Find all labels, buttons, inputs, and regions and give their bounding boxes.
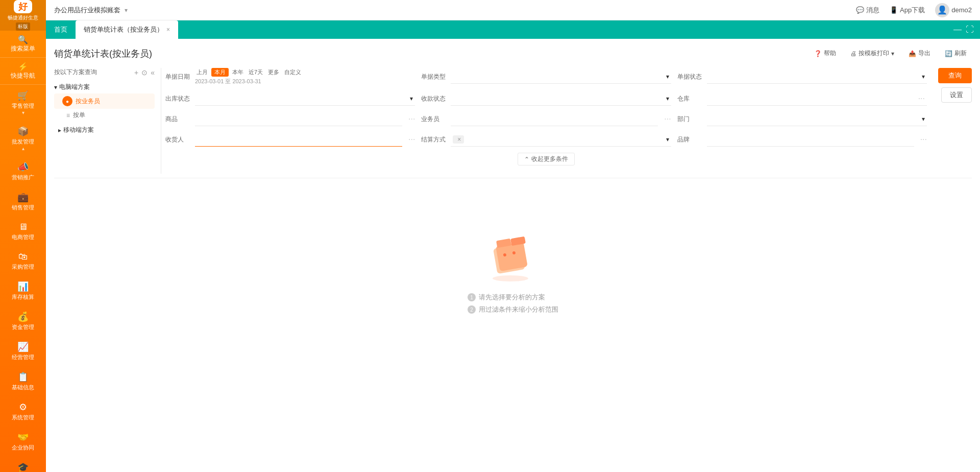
warehouse-dots[interactable]: ···: [918, 94, 925, 103]
sales-icon: 💼: [17, 192, 29, 203]
page-title: 销货单统计表(按业务员): [54, 48, 152, 60]
sidebar: 好 畅捷通好生意 标版 🔍 搜索菜单 ⚡ 快捷导航 🛒 零售管理 ▾ 📦 批发管…: [0, 0, 46, 472]
step-1-number: 1: [468, 293, 476, 301]
tabbar: 首页 销货单统计表（按业务员） × — ⛶: [46, 20, 980, 39]
desktop-scheme-header[interactable]: ▾ 电脑端方案: [54, 81, 155, 93]
svg-point-6: [493, 275, 528, 281]
date-tab-more[interactable]: 更多: [266, 68, 281, 77]
scheme-active-icon: ●: [62, 96, 72, 106]
query-button[interactable]: 查询: [938, 68, 972, 83]
settlement-select[interactable]: × ▾: [451, 132, 671, 147]
date-tab-this-year[interactable]: 本年: [231, 68, 245, 77]
date-tab-7days[interactable]: 近7天: [247, 68, 264, 77]
sidebar-item-finance[interactable]: 💰 资金管理: [0, 306, 46, 336]
receipt-status-label: 收款状态: [421, 95, 447, 103]
warehouse-label: 仓库: [677, 95, 703, 103]
page-actions: ❓ 帮助 🖨 按模板打印 ▾ 📤 导出 🔄 刷新: [809, 47, 972, 60]
collapse-icon: ⌃: [524, 156, 529, 163]
brand-dots[interactable]: ···: [920, 135, 927, 144]
topbar-left: 办公用品行业模拟账套 ▾: [54, 6, 128, 15]
salesperson-dots[interactable]: ···: [664, 114, 671, 124]
mobile-scheme-header[interactable]: ▸ 移动端方案: [54, 124, 155, 136]
warehouse-select[interactable]: ···: [707, 91, 927, 106]
edit-scheme-icon[interactable]: ⊙: [141, 68, 148, 77]
out-status-select[interactable]: ▾: [195, 91, 415, 106]
topbar-dropdown-icon[interactable]: ▾: [125, 7, 128, 14]
sidebar-item-collab[interactable]: 🤝 企业协同: [0, 427, 46, 457]
tab-sales-stat[interactable]: 销货单统计表（按业务员） ×: [76, 20, 178, 39]
app-logo[interactable]: 好 畅捷通好生意 标版: [0, 0, 46, 31]
receipt-status-select[interactable]: ▾: [451, 91, 671, 106]
date-tab-last-month[interactable]: 上月: [195, 68, 209, 77]
tab-home[interactable]: 首页: [46, 20, 76, 39]
collapse-sidebar-icon[interactable]: «: [151, 68, 155, 77]
empty-step-2: 2 用过滤条件来缩小分析范围: [468, 305, 558, 314]
brand-input[interactable]: [707, 132, 914, 147]
app-download-button[interactable]: 📱 App下载: [890, 6, 925, 15]
sidebar-item-purchase[interactable]: 🛍 采购管理: [0, 246, 46, 276]
scheme-item-salesperson[interactable]: ● 按业务员: [54, 93, 155, 109]
date-tab-this-month[interactable]: 本月: [211, 68, 229, 77]
salesperson-input[interactable]: [451, 112, 658, 126]
department-select[interactable]: ▾: [707, 112, 927, 126]
receiver-field: 收货人 ···: [165, 132, 415, 147]
sidebar-item-marketing[interactable]: 📣 营销推广: [0, 156, 46, 186]
filter-row-3: 商品 ··· 业务员 ··· 部门: [165, 112, 927, 126]
filter-form: 单据日期 上月 本月 本年 近7天 更多 自定义 2023-03-01 至 20…: [165, 68, 927, 174]
print-button[interactable]: 🖨 按模板打印 ▾: [845, 47, 899, 60]
receiver-input[interactable]: [195, 132, 402, 147]
sidebar-item-sales[interactable]: 💼 销售管理: [0, 186, 46, 217]
order-type-select[interactable]: ▾: [451, 69, 671, 84]
sidebar-item-ecommerce[interactable]: 🖥 电商管理: [0, 217, 46, 246]
export-button[interactable]: 📤 导出: [903, 47, 936, 60]
empty-step-1: 1 请先选择要分析的方案: [468, 293, 558, 302]
collapse-filters-button[interactable]: ⌃ 收起更多条件: [518, 153, 575, 166]
divider: [54, 178, 972, 178]
order-status-select[interactable]: ▾: [707, 69, 927, 84]
tab-close-icon[interactable]: ×: [166, 26, 170, 33]
salesperson-field: 业务员 ···: [421, 112, 671, 126]
sidebar-item-system[interactable]: ⚙ 系统管理: [0, 396, 46, 427]
window-maximize-icon[interactable]: ⛶: [966, 25, 974, 34]
sidebar-quick-nav[interactable]: ⚡ 快捷导航: [0, 58, 46, 85]
operations-icon: 📈: [17, 341, 29, 352]
sidebar-item-wholesale[interactable]: 📦 批发管理 ▴: [0, 121, 46, 156]
product-field: 商品 ···: [165, 112, 415, 126]
add-scheme-icon[interactable]: +: [134, 68, 138, 77]
sidebar-search[interactable]: 🔍 搜索菜单: [0, 31, 46, 58]
settlement-field: 结算方式 × ▾: [421, 132, 671, 147]
scheme-item-order[interactable]: ≡ 按单: [54, 109, 155, 122]
window-minimize-icon[interactable]: —: [953, 25, 962, 34]
basic-info-icon: 📋: [17, 371, 29, 383]
system-icon: ⚙: [19, 402, 27, 413]
settlement-tag-close[interactable]: ×: [457, 136, 461, 143]
receiver-dots[interactable]: ···: [408, 135, 415, 144]
desktop-scheme-label: 电脑端方案: [59, 83, 90, 91]
refresh-icon: 🔄: [945, 50, 952, 57]
refresh-button[interactable]: 🔄 刷新: [940, 47, 972, 60]
sidebar-item-guide[interactable]: 🎓 新手引导: [0, 457, 46, 472]
empty-illustration: [482, 223, 544, 285]
settings-button[interactable]: 设置: [941, 87, 972, 103]
help-button[interactable]: ❓ 帮助: [809, 47, 841, 60]
filter-row-4: 收货人 ··· 结算方式 × ▾: [165, 132, 927, 147]
date-filter-field: 单据日期 上月 本月 本年 近7天 更多 自定义 2023-03-01 至 20…: [165, 68, 415, 85]
finance-icon: 💰: [17, 311, 29, 322]
date-tab-custom[interactable]: 自定义: [283, 68, 303, 77]
sidebar-item-retail[interactable]: 🛒 零售管理 ▾: [0, 85, 46, 121]
message-icon: 💬: [856, 6, 864, 14]
print-dropdown-icon: ▾: [891, 50, 894, 57]
filter-sidebar-header: 按以下方案查询 + ⊙ «: [54, 68, 155, 77]
date-label: 单据日期: [165, 73, 191, 81]
product-input[interactable]: [195, 112, 402, 126]
sidebar-item-basic-info[interactable]: 📋 基础信息: [0, 366, 46, 396]
user-menu[interactable]: 👤 demo2: [935, 3, 972, 17]
collab-icon: 🤝: [17, 432, 29, 443]
marketing-icon: 📣: [17, 161, 29, 173]
sidebar-item-operations[interactable]: 📈 经营管理: [0, 336, 46, 366]
order-status-chevron: ▾: [922, 73, 925, 80]
product-dots[interactable]: ···: [408, 114, 415, 124]
message-button[interactable]: 💬 消息: [856, 6, 879, 15]
order-type-label: 单据类型: [421, 73, 447, 81]
sidebar-item-inventory[interactable]: 📊 库存核算: [0, 276, 46, 306]
